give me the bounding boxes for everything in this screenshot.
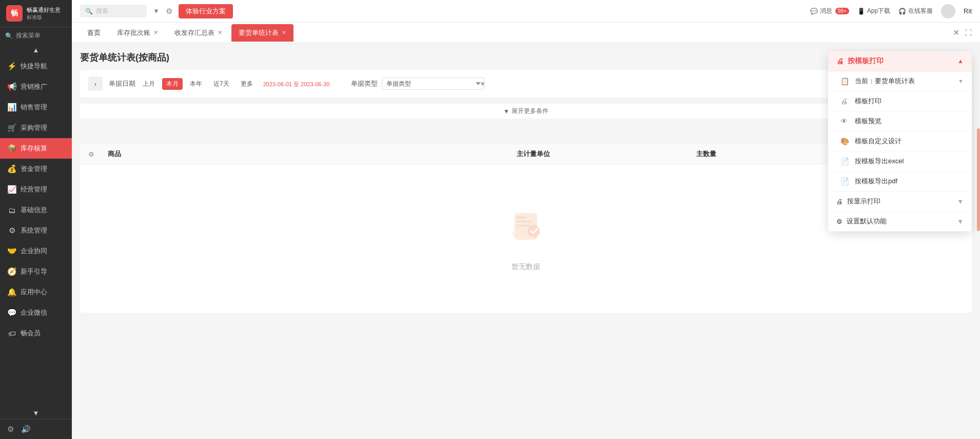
dropdown-close-chevron[interactable]: ▲ bbox=[957, 58, 964, 65]
svg-rect-3 bbox=[517, 221, 532, 222]
settings-icon[interactable]: ⚙ bbox=[7, 425, 14, 434]
tab-actions-right: ✕ ⛶ bbox=[953, 28, 972, 37]
main-area: 🔍 搜索 ▼ ⚙ 体验行业方案 💬 消息 99+ 📱 App下载 🎧 在线客服 … bbox=[72, 0, 980, 439]
nav-icon-purchase: 🛒 bbox=[7, 123, 16, 132]
filter-expand-btn[interactable]: › bbox=[88, 77, 103, 91]
sidebar-item-basic[interactable]: 🗂 基础信息 bbox=[0, 200, 72, 220]
tab-order-stats[interactable]: 要货单统计表 ✕ bbox=[231, 24, 293, 42]
sidebar-item-apps[interactable]: 🔔 应用中心 bbox=[0, 282, 72, 302]
sidebar-item-quick-nav[interactable]: ⚡ 快捷导航 bbox=[0, 56, 72, 77]
display-print-icon: 🖨 bbox=[836, 198, 843, 205]
dropdown-export-excel[interactable]: 📄 按模板导出excel bbox=[828, 151, 972, 171]
dropdown-current-item[interactable]: 📋 当前：要货单统计表 ▼ bbox=[828, 71, 972, 91]
svg-point-5 bbox=[527, 225, 540, 237]
sidebar-item-operation[interactable]: 📈 经营管理 bbox=[0, 179, 72, 200]
sidebar-item-member[interactable]: 🏷 畅会员 bbox=[0, 323, 72, 343]
date-btn-more[interactable]: 更多 bbox=[237, 78, 257, 90]
export-pdf-icon: 📄 bbox=[840, 177, 851, 185]
nav-icon-sales: 📊 bbox=[7, 103, 16, 112]
dropdown-template-preview[interactable]: 👁 模板预览 bbox=[828, 111, 972, 131]
service-icon: 🎧 bbox=[898, 8, 906, 15]
sidebar-item-system[interactable]: ⚙ 系统管理 bbox=[0, 220, 72, 241]
nav-icon-inventory: 📦 bbox=[7, 144, 16, 153]
tab-panel-close[interactable]: ✕ bbox=[953, 28, 959, 37]
sidebar-item-inventory[interactable]: 📦 库存核算 bbox=[0, 138, 72, 159]
right-scrollbar[interactable] bbox=[977, 128, 980, 231]
svg-rect-2 bbox=[517, 217, 527, 218]
svg-rect-4 bbox=[517, 225, 530, 226]
date-btn-this-year[interactable]: 本年 bbox=[186, 78, 206, 90]
sound-icon[interactable]: 🔊 bbox=[21, 425, 31, 434]
tab-batch-account-close[interactable]: ✕ bbox=[153, 29, 158, 36]
date-btn-last-month[interactable]: 上月 bbox=[139, 78, 159, 90]
messages-badge: 99+ bbox=[835, 8, 849, 14]
nav-icon-wechat: 💬 bbox=[7, 308, 16, 317]
date-btn-7days[interactable]: 近7天 bbox=[209, 78, 233, 90]
app-icon: 📱 bbox=[857, 8, 865, 15]
sidebar-nav: ⚡ 快捷导航 📢 营销推广 📊 销售管理 🛒 采购管理 📦 库存核算 💰 资金管… bbox=[0, 56, 72, 407]
topbar-settings-icon[interactable]: ⚙ bbox=[166, 7, 172, 16]
sidebar-item-enterprise[interactable]: 🤝 企业协同 bbox=[0, 241, 72, 261]
sidebar-item-marketing[interactable]: 📢 营销推广 bbox=[0, 77, 72, 97]
empty-icon bbox=[505, 205, 546, 254]
dropdown-print-icon: 🖨 bbox=[836, 57, 844, 65]
dropdown-template-print[interactable]: 🖨 模板打印 bbox=[828, 91, 972, 111]
topbar-search-icon: 🔍 bbox=[85, 8, 93, 15]
sidebar-item-finance[interactable]: 💰 资金管理 bbox=[0, 159, 72, 179]
col-unit-header: 主计量单位 bbox=[449, 149, 618, 159]
scroll-up-btn[interactable]: ▲ bbox=[0, 44, 72, 56]
expand-more-icon: ▼ bbox=[503, 108, 509, 115]
type-select[interactable]: 单据类型 bbox=[382, 78, 484, 90]
avatar[interactable] bbox=[941, 4, 955, 18]
tab-batch-account[interactable]: 库存批次账 ✕ bbox=[110, 24, 165, 42]
tab-order-stats-close[interactable]: ✕ bbox=[282, 29, 286, 36]
nav-icon-basic: 🗂 bbox=[7, 206, 16, 215]
topbar-dropdown-icon[interactable]: ▼ bbox=[153, 7, 160, 15]
nav-icon-system: ⚙ bbox=[7, 226, 16, 235]
app-download-item[interactable]: 📱 App下载 bbox=[857, 7, 890, 15]
topbar-search[interactable]: 🔍 搜索 bbox=[80, 5, 147, 17]
sidebar-item-purchase[interactable]: 🛒 采购管理 bbox=[0, 118, 72, 138]
sidebar-item-guide[interactable]: 🧭 新手引导 bbox=[0, 261, 72, 282]
scroll-down-btn[interactable]: ▼ bbox=[0, 407, 72, 419]
dropdown-header[interactable]: 🖨 按模板打印 ▲ bbox=[828, 51, 972, 71]
sidebar: 畅 畅赢通好生意 标准版 🔍 搜索菜单 ▲ ⚡ 快捷导航 📢 营销推广 📊 销售… bbox=[0, 0, 72, 439]
nav-icon-quick-nav: ⚡ bbox=[7, 62, 16, 71]
trial-button[interactable]: 体验行业方案 bbox=[179, 4, 233, 18]
date-btn-this-month[interactable]: 本月 bbox=[162, 78, 183, 90]
nav-icon-finance: 💰 bbox=[7, 164, 16, 174]
empty-text: 暂无数据 bbox=[512, 262, 540, 272]
dropdown-export-pdf[interactable]: 📄 按模板导出pdf bbox=[828, 171, 972, 192]
nav-icon-apps: 🔔 bbox=[7, 288, 16, 297]
sidebar-item-wechat[interactable]: 💬 企业微信 bbox=[0, 302, 72, 323]
type-label: 单据类型 bbox=[351, 79, 378, 88]
content-area: 要货单统计表(按商品) › 单据日期 上月 本月 本年 近7天 更多 2023-… bbox=[72, 43, 980, 439]
messages-item[interactable]: 💬 消息 99+ bbox=[810, 7, 849, 15]
tab-receipt-summary[interactable]: 收发存汇总表 ✕ bbox=[167, 24, 229, 42]
expand-icon: › bbox=[94, 80, 96, 88]
topbar: 🔍 搜索 ▼ ⚙ 体验行业方案 💬 消息 99+ 📱 App下载 🎧 在线客服 … bbox=[72, 0, 980, 23]
type-filter: 单据类型 单据类型 ▼ bbox=[351, 78, 486, 90]
nav-icon-marketing: 📢 bbox=[7, 82, 16, 91]
sidebar-logo: 畅 畅赢通好生意 标准版 bbox=[0, 0, 72, 27]
online-service-item[interactable]: 🎧 在线客服 bbox=[898, 7, 933, 15]
sidebar-search[interactable]: 🔍 搜索菜单 bbox=[0, 27, 72, 44]
tab-receipt-summary-close[interactable]: ✕ bbox=[218, 29, 222, 36]
tab-home[interactable]: 首页 bbox=[80, 24, 108, 42]
dropdown-display-print[interactable]: 🖨 按显示打印 ▼ bbox=[828, 192, 972, 212]
nav-icon-member: 🏷 bbox=[7, 329, 16, 338]
nav-icon-guide: 🧭 bbox=[7, 267, 16, 276]
logo-text: 畅赢通好生意 标准版 bbox=[27, 6, 61, 20]
dropdown-menu: 🖨 按模板打印 ▲ 📋 当前：要货单统计表 ▼ 🖨 模板打印 👁 模板预览 🎨 bbox=[828, 51, 972, 232]
template-design-icon: 🎨 bbox=[840, 137, 851, 145]
topbar-right: 💬 消息 99+ 📱 App下载 🎧 在线客服 Rit bbox=[810, 4, 972, 18]
tab-panel-expand[interactable]: ⛶ bbox=[965, 29, 972, 37]
dropdown-template-design[interactable]: 🎨 模板自定义设计 bbox=[828, 131, 972, 151]
date-label: 单据日期 bbox=[109, 79, 135, 88]
date-range: 2023-06-01 至 2023-06-30 bbox=[263, 81, 330, 88]
col-settings-icon[interactable]: ⚙ bbox=[88, 150, 104, 158]
dropdown-default-func[interactable]: ⚙ 设置默认功能 ▼ bbox=[828, 212, 972, 232]
template-print-icon: 🖨 bbox=[840, 97, 851, 105]
sidebar-item-sales[interactable]: 📊 销售管理 bbox=[0, 97, 72, 118]
default-func-icon: ⚙ bbox=[836, 218, 842, 225]
